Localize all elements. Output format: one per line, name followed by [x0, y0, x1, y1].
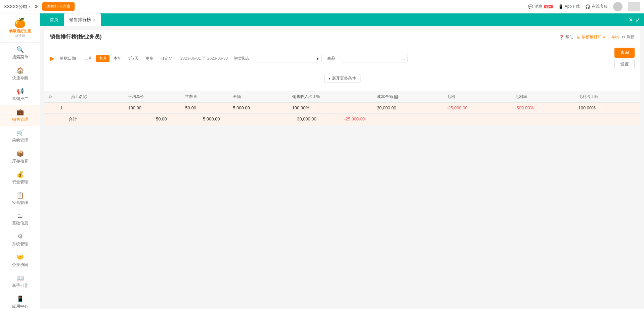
sidebar-item-app-center[interactable]: 📱 应用中心	[0, 292, 40, 309]
date-tab-more[interactable]: 更多	[143, 55, 156, 62]
help-icon: ❓	[559, 35, 564, 40]
export-button[interactable]: ↓ 导出	[608, 34, 619, 40]
tab-bar-right: ✕ ⤢	[629, 17, 640, 23]
sidebar-item-nav[interactable]: 🏠 快捷导航	[0, 63, 40, 84]
purchase-icon: 🛒	[16, 129, 24, 137]
message-item[interactable]: 💬 消息 99+	[528, 4, 553, 9]
guide-icon: 📖	[16, 274, 24, 282]
refresh-button[interactable]: ↺ 刷新	[622, 34, 635, 40]
cost-info-icon[interactable]: ?	[394, 95, 398, 99]
tab-close-window-button[interactable]: ✕	[629, 17, 633, 23]
print-label: 按模板打印	[582, 34, 602, 40]
expand-more-label: 展开更多条件	[332, 75, 356, 81]
row-name-cell	[67, 103, 124, 113]
col-gross-pct-header: 毛利占比%	[574, 91, 640, 103]
search-icon: 🔍	[16, 46, 24, 53]
sidebar-item-label: 应用中心	[12, 304, 28, 309]
logo-sub: 标准版	[15, 34, 25, 38]
sidebar-item-label: 搜索菜单	[12, 54, 28, 60]
footer-summary-label: 合计	[48, 116, 89, 122]
sidebar-item-label: 营销推广	[12, 96, 28, 102]
chevron-down-expand-icon: ▾	[329, 76, 331, 81]
export-icon: ↓	[608, 35, 610, 40]
sidebar-item-label: 新手引导	[12, 283, 28, 289]
col-quantity-header: 主数量	[181, 91, 229, 103]
sidebar-item-purchase[interactable]: 🛒 采购管理	[0, 126, 40, 147]
sidebar-item-marketing[interactable]: 📢 营销推广	[0, 84, 40, 105]
collab-icon: 🤝	[16, 254, 24, 261]
company-settings-icon[interactable]: ⚙	[34, 4, 38, 9]
col-settings-header[interactable]: ⚙	[44, 91, 56, 103]
row-gross-pct-cell: 100.00%	[574, 103, 640, 113]
home-icon: 🏠	[16, 67, 24, 74]
date-range-display: 2023-06-01 至 2023-06-30	[180, 56, 228, 61]
print-chevron-icon: ▾	[603, 35, 605, 40]
message-icon: 💬	[528, 4, 533, 9]
query-button[interactable]: 查询	[614, 48, 635, 58]
filter-area: ▶ 单据日期 上月 本月 本年 近7天 更多 自定义 2023-06-01 至 …	[44, 44, 640, 91]
tab-maximize-button[interactable]: ⤢	[636, 17, 640, 23]
operation-icon: 📋	[16, 192, 24, 199]
goods-select[interactable]: ...	[341, 55, 408, 62]
company-name: XXXXX公司	[4, 4, 27, 10]
expand-more-button[interactable]: ▾ 展开更多条件	[324, 74, 360, 83]
settings-button[interactable]: 设置	[614, 59, 635, 69]
headset-icon: 🎧	[585, 4, 590, 9]
online-service-item[interactable]: 🎧 在线客服	[585, 4, 608, 9]
table-wrapper: ⚙ 员工名称 平均单价 主数量 全额 销售收入占比% 成本全额? 毛利	[44, 91, 640, 113]
sidebar-item-label: 资金管理	[12, 179, 28, 185]
sidebar-item-sales[interactable]: 💼 销售管理	[0, 105, 40, 126]
sidebar-item-system[interactable]: ⚙ 系统管理	[0, 229, 40, 250]
date-tab-7days[interactable]: 近7天	[126, 55, 141, 62]
footer-cost: 30,000.00	[297, 116, 324, 122]
sidebar-item-label: 企业协同	[12, 262, 28, 268]
date-filter-label: 单据日期	[60, 56, 76, 61]
sidebar: 🍊 畅康通好生意 标准版 🔍 搜索菜单 🏠 快捷导航 📢 营销推广 💼 销售管理…	[0, 13, 40, 309]
col-gross-rate-header: 毛利率	[511, 91, 574, 103]
trial-button[interactable]: 体验行业方案	[42, 2, 75, 11]
basics-icon: 🗂	[17, 212, 23, 219]
page-title-bar: 销售排行榜(按业务员) ❓ 帮助 🖨 按模板打印 ▾ ↓	[44, 30, 640, 44]
sidebar-item-label: 销售管理	[12, 117, 28, 122]
sidebar-item-operation[interactable]: 📋 经营管理	[0, 188, 40, 209]
avatar[interactable]	[613, 2, 622, 11]
refresh-icon: ↺	[622, 35, 625, 40]
help-label: 帮助	[565, 34, 573, 40]
app-download-label: App下载	[565, 4, 580, 9]
sidebar-item-collab[interactable]: 🤝 企业协同	[0, 250, 40, 271]
sidebar-item-search[interactable]: 🔍 搜索菜单	[0, 43, 40, 63]
title-actions: ❓ 帮助 🖨 按模板打印 ▾ ↓ 导出 ↺	[559, 34, 635, 40]
date-tab-last-month[interactable]: 上月	[81, 55, 95, 62]
footer-quantity: 50.00	[156, 116, 183, 122]
date-tab-this-month[interactable]: 本月	[96, 55, 110, 62]
sales-icon: 💼	[16, 108, 24, 116]
row-gross-rate-cell: -500.00%	[511, 103, 574, 113]
user-name-area[interactable]	[628, 2, 640, 11]
date-tab-this-year[interactable]: 本年	[111, 55, 124, 62]
tab-sales-ranking[interactable]: 销售排行榜 ×	[64, 13, 101, 26]
sidebar-item-basics[interactable]: 🗂 基础信息	[0, 209, 40, 229]
row-quantity-cell: 50.00	[181, 103, 229, 113]
col-sales-pct-header: 销售收入占比%	[288, 91, 373, 103]
message-label: 消息	[534, 4, 543, 9]
message-badge: 99+	[544, 5, 553, 8]
sidebar-item-finance[interactable]: 💰 资金管理	[0, 167, 40, 188]
row-rank-cell: 1	[56, 103, 67, 113]
filter-toggle-icon[interactable]: ▶	[50, 55, 54, 62]
app-download-item[interactable]: 📱 App下载	[558, 4, 580, 9]
main-content: 首页 销售排行榜 × ✕ ⤢ 销售排行榜(按业务员) ❓ 帮	[40, 13, 644, 309]
table-row: 1 100.00 50.00 5,000.00 100.00% 30,000.0…	[44, 103, 640, 113]
tab-home[interactable]: 首页	[44, 13, 64, 26]
status-select[interactable]: ▾	[255, 55, 322, 62]
sidebar-item-inventory[interactable]: 📦 库存核算	[0, 147, 40, 167]
footer-amount: 5,000.00	[203, 116, 230, 122]
table-footer: 合计 50.00 5,000.00 30,000.00 -25,000.00	[44, 113, 640, 125]
export-label: 导出	[611, 34, 619, 40]
sidebar-item-guide[interactable]: 📖 新手引导	[0, 271, 40, 292]
print-button[interactable]: 🖨 按模板打印 ▾	[576, 34, 605, 40]
tab-close-icon[interactable]: ×	[93, 17, 95, 22]
company-selector[interactable]: XXXXX公司 ▾	[4, 4, 30, 10]
help-button[interactable]: ❓ 帮助	[559, 34, 573, 40]
date-tab-custom[interactable]: 自定义	[158, 55, 175, 62]
print-icon: 🖨	[576, 35, 580, 40]
